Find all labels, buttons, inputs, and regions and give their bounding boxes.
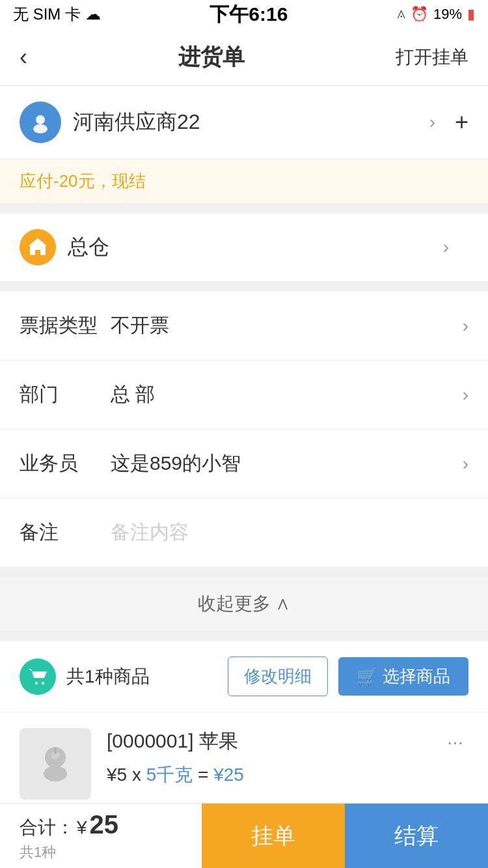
remark-input[interactable]: 备注内容 [98,519,468,546]
status-right: ⟑ ⏰ 19% ▮ [397,6,475,23]
select-product-button[interactable]: 🛒 选择商品 [338,657,468,696]
open-hang-button[interactable]: 打开挂单 [396,45,468,70]
invoice-chevron-icon: › [463,316,468,336]
total-label: 合计： ¥ 25 [20,810,182,840]
nav-bar: ‹ 进货单 打开挂单 [0,29,488,86]
total-count: 共1种 [20,843,182,862]
total-text: 合计： [20,815,74,840]
sales-row[interactable]: 业务员 这是859的小智 › [0,429,488,498]
svg-point-0 [36,115,45,124]
product-info: [0000001] 苹果 ¥5 x 5千克 = ¥25 [107,728,426,787]
form-section: 票据类型 不开票 › 部门 总 部 › 业务员 这是859的小智 › 备注 备注… [0,292,488,567]
svg-marker-3 [29,238,47,246]
sim-status: 无 SIM 卡 ☁ [13,4,101,25]
sales-chevron-icon: › [463,454,468,474]
dept-label: 部门 [20,381,98,408]
remark-label: 备注 [20,519,98,546]
product-thumbnail [20,728,91,800]
supplier-info: 河南供应商22 [20,102,429,143]
warehouse-chevron-icon: › [443,237,449,258]
invoice-label: 票据类型 [20,312,98,339]
invoice-row[interactable]: 票据类型 不开票 › [0,292,488,360]
sales-label: 业务员 [20,450,98,477]
warehouse-row[interactable]: 总仓 › [0,213,488,281]
unit-price: ¥5 [107,765,127,785]
total-amount: 25 [90,810,119,839]
total-area: 合计： ¥ 25 共1种 [0,810,202,862]
product-qty: 5千克 [146,765,193,785]
sales-value: 这是859的小智 [98,450,463,477]
svg-point-5 [35,682,38,685]
multiply-symbol: x [132,765,146,785]
product-section: 共1种商品 修改明细 🛒 选择商品 [0000001] 苹果 ¥5 x [0,641,488,815]
back-button[interactable]: ‹ [20,44,27,71]
product-price: ¥5 x 5千克 = ¥25 [107,763,426,787]
supplier-chevron-icon: › [429,112,435,133]
product-item: [0000001] 苹果 ¥5 x 5千克 = ¥25 ··· [0,712,488,815]
svg-rect-10 [54,748,57,754]
battery-icon: ▮ [467,6,475,23]
battery-label: 19% [433,6,462,23]
svg-point-6 [42,682,44,685]
svg-rect-4 [35,250,40,255]
warehouse-name: 总仓 [68,233,443,262]
remark-row[interactable]: 备注 备注内容 [0,498,488,567]
supplier-section: 河南供应商22 › + 应付-20元，现结 [0,86,488,203]
page-title: 进货单 [178,42,245,72]
alarm-icon: ⏰ [411,6,428,23]
svg-point-8 [44,766,67,781]
settle-button[interactable]: 结算 [345,804,488,869]
product-cart-icon [20,658,56,695]
total-symbol: ¥ [77,817,87,838]
dept-value: 总 部 [98,381,463,408]
equals-symbol: = [198,765,213,785]
select-product-cart-icon: 🛒 [357,666,377,686]
invoice-value: 不开票 [98,312,463,339]
status-left: 无 SIM 卡 ☁ [13,4,101,25]
supplier-row[interactable]: 河南供应商22 › + [0,86,488,159]
collapse-button[interactable]: 收起更多 ∧ [0,577,488,631]
add-button[interactable]: + [455,109,468,136]
status-time: 下午6:16 [210,1,288,28]
warehouse-icon [20,229,56,265]
bottom-bar: 合计： ¥ 25 共1种 挂单 结算 [0,803,488,868]
product-code: [0000001] [107,730,193,752]
supplier-avatar [20,102,61,143]
product-count: 共1种商品 [66,664,217,689]
select-product-label: 选择商品 [383,665,450,688]
product-title: [0000001] 苹果 [107,728,426,755]
svg-point-1 [33,124,47,133]
status-bar: 无 SIM 卡 ☁ 下午6:16 ⟑ ⏰ 19% ▮ [0,0,488,29]
hang-button[interactable]: 挂单 [202,804,345,869]
supplier-notice: 应付-20元，现结 [0,159,488,203]
warehouse-section[interactable]: 总仓 › [0,213,488,281]
dept-row[interactable]: 部门 总 部 › [0,360,488,429]
location-icon: ⟑ [397,6,405,23]
product-total: ¥25 [213,765,244,785]
product-header: 共1种商品 修改明细 🛒 选择商品 [0,641,488,712]
supplier-name: 河南供应商22 [73,108,200,137]
product-name: 苹果 [199,730,238,752]
dept-chevron-icon: › [463,385,468,405]
product-more-button[interactable]: ··· [442,728,468,755]
edit-detail-button[interactable]: 修改明细 [228,657,328,696]
